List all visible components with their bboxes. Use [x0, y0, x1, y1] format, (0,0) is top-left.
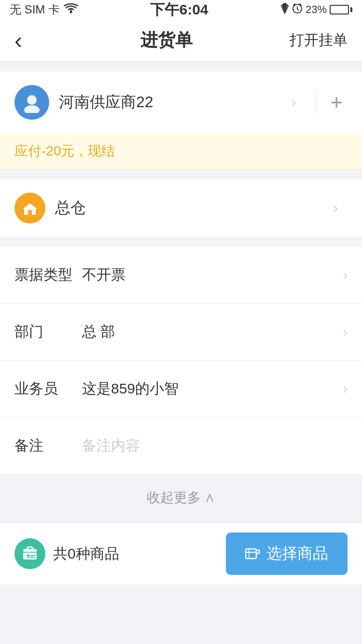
status-bar: 无 SIM 卡 下午6:04 23% [0, 0, 362, 19]
remark-input[interactable]: 备注内容 [77, 436, 348, 456]
battery-icon [330, 5, 352, 14]
supplier-name: 河南供应商22 [59, 92, 292, 113]
remark-row[interactable]: 备注 备注内容 [0, 418, 362, 474]
status-icons: 23% [280, 3, 352, 16]
warehouse-icon [14, 193, 45, 224]
status-time: 下午6:04 [150, 0, 208, 20]
add-supplier-button[interactable]: + [325, 90, 348, 114]
section-gap-1 [0, 62, 362, 71]
department-label: 部门 [14, 322, 77, 342]
alarm-icon [292, 3, 303, 16]
department-row[interactable]: 部门 总 部 › [0, 304, 362, 361]
open-pending-button[interactable]: 打开挂单 [290, 30, 348, 50]
invoice-type-row[interactable]: 票据类型 不开票 › [0, 247, 362, 304]
form-section: 票据类型 不开票 › 部门 总 部 › 业务员 这是859的小智 › 备注 备注… [0, 247, 362, 474]
battery-percent: 23% [306, 3, 327, 16]
svg-line-3 [297, 9, 299, 10]
remark-label: 备注 [14, 436, 77, 456]
status-carrier: 无 SIM 卡 [10, 2, 78, 17]
svg-marker-7 [23, 203, 37, 209]
warehouse-section: 总仓 › [0, 179, 362, 237]
alert-text: 应付-20元，现结 [14, 143, 115, 158]
nav-bar: ‹ 进货单 打开挂单 [0, 19, 362, 62]
select-product-button[interactable]: 选择商品 [226, 532, 348, 575]
svg-point-4 [27, 95, 37, 105]
alert-banner: 应付-20元，现结 [0, 133, 362, 169]
salesperson-label: 业务员 [14, 379, 77, 399]
supplier-chevron-icon: › [292, 95, 296, 110]
supplier-divider [315, 90, 316, 114]
svg-rect-14 [246, 549, 256, 559]
salesperson-chevron-icon: › [343, 381, 348, 397]
product-count: 共0种商品 [53, 544, 226, 564]
warehouse-name: 总仓 [55, 197, 334, 219]
location-icon [280, 3, 289, 16]
collapse-label: 收起更多 ∧ [147, 489, 216, 507]
collapse-row[interactable]: 收起更多 ∧ [0, 474, 362, 521]
page-background [0, 585, 362, 644]
svg-rect-8 [28, 210, 32, 215]
invoice-type-chevron-icon: › [343, 267, 348, 283]
svg-point-5 [24, 105, 40, 113]
salesperson-value: 这是859的小智 [77, 379, 343, 399]
department-chevron-icon: › [343, 324, 348, 340]
svg-point-0 [70, 11, 72, 14]
invoice-type-value: 不开票 [77, 265, 343, 285]
department-value: 总 部 [77, 322, 343, 342]
warehouse-row[interactable]: 总仓 › [0, 179, 362, 237]
svg-point-11 [27, 555, 29, 557]
wifi-icon [64, 3, 78, 16]
supplier-section: 河南供应商22 › + 应付-20元，现结 [0, 71, 362, 169]
select-product-label: 选择商品 [266, 543, 328, 564]
product-icon [14, 538, 45, 569]
page-title: 进货单 [140, 28, 193, 52]
warehouse-chevron-icon: › [334, 200, 338, 216]
invoice-type-label: 票据类型 [14, 265, 77, 285]
salesperson-row[interactable]: 业务员 这是859的小智 › [0, 361, 362, 418]
supplier-row[interactable]: 河南供应商22 › + [0, 71, 362, 133]
back-button[interactable]: ‹ [14, 27, 43, 54]
bottom-bar: 共0种商品 选择商品 [0, 522, 362, 585]
supplier-avatar [14, 85, 49, 120]
carrier-text: 无 SIM 卡 [10, 2, 60, 17]
